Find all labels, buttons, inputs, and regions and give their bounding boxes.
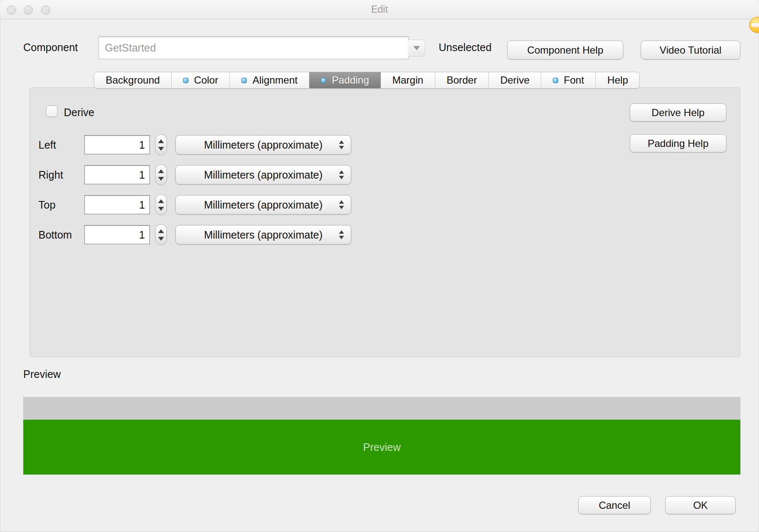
select-updown-icon — [339, 231, 344, 239]
select-updown-icon — [339, 201, 344, 209]
cancel-button[interactable]: Cancel — [578, 496, 651, 514]
window-title: Edit — [0, 0, 759, 19]
top-value-input[interactable] — [84, 195, 150, 214]
derive-checkbox-label: Derive — [64, 106, 94, 119]
unit-select-value: Millimeters (approximate) — [204, 139, 323, 151]
select-updown-icon — [339, 171, 344, 179]
preview-body-bar: Preview — [23, 420, 740, 475]
left-unit-select[interactable]: Millimeters (approximate) — [175, 135, 351, 155]
tab-label: Margin — [392, 74, 423, 86]
stepper-down-icon[interactable] — [158, 147, 164, 151]
stepper-down-icon[interactable] — [158, 207, 164, 211]
ok-button[interactable]: OK — [665, 496, 736, 514]
padding-panel: Derive Derive Help Padding Help Left Mil… — [30, 87, 740, 357]
tab-bar: Background Color Alignment Padding Margi… — [94, 72, 640, 89]
tab-margin[interactable]: Margin — [381, 72, 435, 88]
chevron-down-icon — [413, 46, 420, 50]
unit-select-value: Millimeters (approximate) — [204, 169, 323, 181]
component-label: Component — [23, 41, 78, 54]
component-dropdown-button[interactable] — [408, 40, 425, 57]
tab-border[interactable]: Border — [435, 72, 489, 88]
minus-bar-icon — [751, 23, 759, 27]
stepper-up-icon[interactable] — [158, 139, 164, 143]
stepper-up-icon[interactable] — [158, 229, 164, 233]
padding-row-left: Left Millimeters (approximate) — [30, 133, 740, 156]
right-unit-select[interactable]: Millimeters (approximate) — [175, 165, 351, 185]
right-label: Right — [38, 169, 63, 181]
preview-body-text: Preview — [363, 441, 401, 453]
tab-state-icon — [321, 78, 326, 83]
right-value-input[interactable] — [84, 165, 150, 185]
preview-area: Preview — [23, 397, 740, 475]
tab-label: Color — [194, 74, 218, 86]
stepper-down-icon[interactable] — [158, 177, 164, 181]
component-input[interactable] — [98, 36, 409, 59]
unit-select-value: Millimeters (approximate) — [204, 229, 323, 241]
right-stepper[interactable] — [155, 164, 167, 185]
tab-background[interactable]: Background — [94, 72, 172, 88]
tab-state-icon — [553, 78, 558, 83]
preview-header-bar — [23, 397, 740, 420]
tab-color[interactable]: Color — [172, 72, 230, 88]
tab-alignment[interactable]: Alignment — [230, 72, 309, 88]
component-help-button[interactable]: Component Help — [507, 41, 623, 60]
unit-select-value: Millimeters (approximate) — [204, 199, 323, 211]
tab-state-icon — [183, 78, 188, 83]
left-stepper[interactable] — [155, 134, 167, 155]
preview-section-label: Preview — [23, 368, 61, 380]
top-stepper[interactable] — [155, 194, 167, 215]
component-combobox — [98, 36, 426, 59]
select-updown-icon — [339, 141, 344, 149]
tab-label: Derive — [500, 74, 530, 86]
tab-padding[interactable]: Padding — [309, 72, 381, 88]
tab-label: Padding — [332, 74, 369, 86]
stepper-down-icon[interactable] — [158, 237, 164, 241]
left-value-input[interactable] — [84, 135, 150, 155]
tab-label: Help — [607, 74, 628, 86]
bottom-unit-select[interactable]: Millimeters (approximate) — [175, 225, 351, 244]
derive-help-button[interactable]: Derive Help — [630, 103, 726, 122]
stepper-up-icon[interactable] — [158, 169, 164, 173]
bottom-stepper[interactable] — [155, 224, 167, 245]
top-unit-select[interactable]: Millimeters (approximate) — [175, 195, 351, 214]
tab-label: Background — [106, 74, 160, 86]
bottom-value-input[interactable] — [84, 225, 150, 244]
stepper-up-icon[interactable] — [158, 199, 164, 203]
bottom-label: Bottom — [38, 229, 72, 241]
status-text: Unselected — [439, 41, 491, 54]
tab-help[interactable]: Help — [596, 72, 639, 88]
video-tutorial-button[interactable]: Video Tutorial — [641, 41, 740, 60]
title-bar: Edit — [0, 0, 759, 19]
derive-checkbox[interactable] — [46, 106, 57, 117]
tab-state-icon — [241, 78, 247, 83]
padding-row-right: Right Millimeters (approximate) — [30, 163, 740, 186]
tab-label: Font — [564, 74, 584, 86]
tab-font[interactable]: Font — [541, 72, 596, 88]
padding-row-bottom: Bottom Millimeters (approximate) — [30, 223, 740, 246]
padding-row-top: Top Millimeters (approximate) — [30, 193, 740, 216]
tab-derive[interactable]: Derive — [489, 72, 541, 88]
left-label: Left — [38, 139, 56, 151]
top-label: Top — [38, 199, 55, 211]
tab-label: Border — [447, 74, 477, 86]
tab-label: Alignment — [252, 74, 298, 86]
edit-dialog: Edit Component Unselected Component Help… — [0, 0, 759, 532]
